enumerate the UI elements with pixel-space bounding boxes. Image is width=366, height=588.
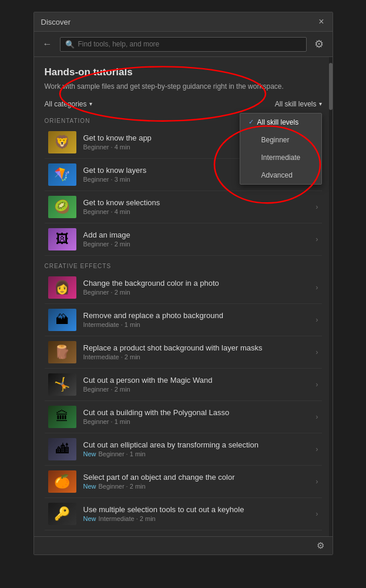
thumbnail-product-bg: 🪵 (48, 341, 76, 363)
tutorial-item-elliptical[interactable]: 🏙 Cut out an elliptical area by transfor… (45, 433, 322, 466)
skill-filter[interactable]: All skill levels ▾ (275, 100, 322, 108)
page-title: Hands-on tutorials (45, 66, 322, 78)
tutorial-item-bg-color[interactable]: 👩 Change the background color in a photo… (45, 272, 322, 304)
tutorial-item-lasso[interactable]: 🏛 Cut out a building with the Polygonal … (45, 401, 322, 433)
tutorial-item-know-selections[interactable]: 🥝 Get to know selections Beginner · 4 mi… (45, 191, 322, 223)
window-title: Discover (41, 18, 71, 26)
back-button[interactable]: ← (40, 38, 55, 51)
filters-row: All categories ▾ All skill levels ▾ ✓ Al… (45, 100, 322, 108)
chevron-right-icon: › (315, 380, 318, 389)
chevron-right-icon: › (315, 477, 318, 486)
scrollbar-thumb[interactable] (329, 63, 333, 110)
thumbnail-know-layers: 🪁 (48, 163, 76, 186)
skill-filter-container: All skill levels ▾ ✓ All skill levels Be… (275, 100, 322, 108)
chevron-right-icon: › (315, 412, 318, 421)
section-creative-effects: CREATIVE EFFECTS 👩 Change the background… (45, 263, 322, 530)
tutorial-info-keyhole: Use multiple selection tools to cut out … (83, 505, 309, 522)
tutorial-info-lasso: Cut out a building with the Polygonal La… (83, 408, 309, 425)
chevron-right-icon: › (315, 348, 318, 356)
tutorial-list-creative: 👩 Change the background color in a photo… (45, 272, 322, 530)
thumbnail-remove-bg: 🏔 (48, 309, 76, 331)
thumbnail-object-color: 🍊 (48, 470, 76, 493)
tutorial-item-keyhole[interactable]: 🔑 Use multiple selection tools to cut ou… (45, 498, 322, 530)
content-area: Hands-on tutorials Work with sample file… (34, 57, 333, 536)
dropdown-item-beginner[interactable]: Beginner (240, 131, 321, 149)
search-bar: 🔍 (60, 37, 307, 52)
thumbnail-bg-color: 👩 (48, 276, 76, 299)
dropdown-item-all[interactable]: ✓ All skill levels (240, 113, 321, 131)
tutorial-item-remove-bg[interactable]: 🏔 Remove and replace a photo background … (45, 304, 322, 336)
tutorial-item-add-image[interactable]: 🖼 Add an image Beginner · 2 min › (45, 223, 322, 256)
new-badge: New (83, 515, 96, 522)
thumbnail-keyhole: 🔑 (48, 503, 76, 525)
discover-window: Discover × ← 🔍 ⚙ Hands-on tutorials Work… (33, 12, 333, 555)
thumbnail-know-selections: 🥝 (48, 196, 76, 218)
title-bar: Discover × (34, 12, 333, 32)
chevron-right-icon: › (315, 445, 318, 453)
dropdown-item-intermediate[interactable]: Intermediate (240, 149, 321, 166)
thumbnail-magic-wand: 🤸 (48, 373, 76, 396)
skill-dropdown: ✓ All skill levels Beginner Intermediate (240, 113, 322, 185)
categories-filter[interactable]: All categories ▾ (45, 100, 92, 108)
tutorial-item-magic-wand[interactable]: 🤸 Cut out a person with the Magic Wand B… (45, 369, 322, 401)
chevron-right-icon: › (315, 315, 318, 324)
chevron-down-icon: ▾ (89, 101, 92, 107)
tutorial-info-bg-color: Change the background color in a photo B… (83, 279, 309, 296)
search-icon: 🔍 (65, 40, 75, 49)
close-button[interactable]: × (317, 17, 325, 26)
tutorial-item-object-color[interactable]: 🍊 Select part of an object and change th… (45, 466, 322, 498)
chevron-right-icon: › (315, 202, 318, 211)
toolbar: ← 🔍 ⚙ (34, 32, 333, 57)
thumbnail-elliptical: 🏙 (48, 438, 76, 460)
new-badge: New (83, 483, 96, 490)
bottom-bar: ⚙ (34, 536, 333, 554)
tutorial-info-object-color: Select part of an object and change the … (83, 473, 309, 490)
tutorial-info-product-bg: Replace a product shot background with l… (83, 343, 309, 360)
check-icon: ✓ (249, 118, 254, 126)
scrollbar-track (329, 57, 333, 536)
chevron-down-icon-2: ▾ (319, 101, 322, 107)
dropdown-item-advanced[interactable]: Advanced (240, 166, 321, 184)
thumbnail-lasso: 🏛 (48, 406, 76, 428)
page-subtitle: Work with sample files and get step-by-s… (45, 82, 322, 92)
home-button[interactable]: ⚙ (311, 36, 327, 52)
chevron-right-icon: › (315, 509, 318, 518)
new-badge: New (83, 450, 96, 457)
section-label-creative: CREATIVE EFFECTS (45, 263, 322, 269)
thumbnail-add-image: 🖼 (48, 228, 76, 250)
tutorial-info-add-image: Add an image Beginner · 2 min (83, 230, 309, 248)
tutorial-info-remove-bg: Remove and replace a photo background In… (83, 311, 309, 328)
search-input[interactable] (78, 40, 301, 48)
tutorial-info-elliptical: Cut out an elliptical area by transformi… (83, 440, 309, 457)
tutorial-info-magic-wand: Cut out a person with the Magic Wand Beg… (83, 376, 309, 393)
tutorial-info-know-selections: Get to know selections Beginner · 4 min (83, 198, 309, 215)
settings-button[interactable]: ⚙ (317, 540, 324, 551)
chevron-right-icon: › (315, 235, 318, 243)
thumbnail-know-app: 🦁 (48, 131, 76, 153)
chevron-right-icon: › (315, 283, 318, 292)
tutorial-item-product-bg[interactable]: 🪵 Replace a product shot background with… (45, 336, 322, 369)
